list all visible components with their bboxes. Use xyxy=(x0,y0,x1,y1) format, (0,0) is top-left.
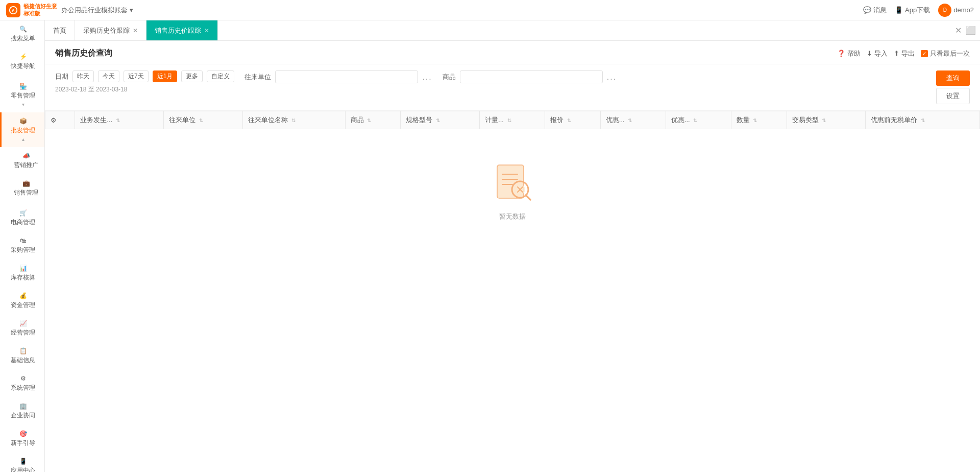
close-purchase-history-tab-icon[interactable]: ✕ xyxy=(133,27,138,34)
retail-icon: 🏪 xyxy=(19,83,27,90)
sidebar-item-marketing[interactable]: 📣 营销推广 xyxy=(0,147,44,175)
sidebar-item-system[interactable]: ⚙ 系统管理 xyxy=(0,370,44,397)
checkbox-icon xyxy=(921,50,928,57)
th-discount2[interactable]: 优惠... ⇅ xyxy=(666,111,731,129)
sidebar-item-enterprise[interactable]: 🏢 企业协同 xyxy=(0,397,44,425)
sort-icon-partner-name: ⇅ xyxy=(291,117,296,123)
date-range-text: 2023-02-18 至 2023-03-18 xyxy=(55,85,234,94)
partner-filter-row: 往来单位 ... xyxy=(244,70,432,83)
grid-icon: ⚡ xyxy=(19,53,27,60)
query-button[interactable]: 查询 xyxy=(936,70,970,86)
page-title: 销售历史价查询 xyxy=(55,48,112,59)
sidebar-item-guide[interactable]: 🎯 新手引导 xyxy=(0,425,44,453)
sidebar-item-base-info[interactable]: 📋 基础信息 xyxy=(0,342,44,370)
sidebar-item-wholesale[interactable]: 📦 批发管理 ▴ xyxy=(0,112,44,147)
th-pretax-price[interactable]: 优惠前无税单价 ⇅ xyxy=(866,111,980,129)
svg-line-8 xyxy=(526,195,530,200)
table-area: ⚙ 业务发生... ⇅ 往来单位 ⇅ xyxy=(45,111,980,472)
sort-icon-trade-type: ⇅ xyxy=(822,117,826,123)
marketing-icon: 📣 xyxy=(22,152,30,159)
message-button[interactable]: 💬 消息 xyxy=(863,6,887,15)
guide-icon: 🎯 xyxy=(19,430,27,437)
sidebar-item-retail[interactable]: 🏪 零售管理 ▾ xyxy=(0,78,44,112)
only-last-checkbox[interactable]: 只看最后一次 xyxy=(921,49,970,58)
phone-icon: 📱 xyxy=(895,6,903,14)
date-btn-more[interactable]: 更多 xyxy=(181,70,203,82)
th-goods[interactable]: 商品 ⇅ xyxy=(345,111,401,129)
goods-lookup-icon[interactable]: ... xyxy=(607,73,617,82)
app-center-icon: 📱 xyxy=(19,458,27,465)
help-button[interactable]: ❓ 帮助 xyxy=(837,49,861,58)
date-btn-last1month[interactable]: 近1月 xyxy=(153,70,178,82)
partner-input[interactable] xyxy=(275,70,418,83)
date-filter-row: 日期 昨天 今天 近7天 近1月 更多 自定义 xyxy=(55,70,234,82)
top-bar-right: 💬 消息 📱 App下载 D demo2 xyxy=(863,4,974,17)
filter-actions: 查询 设置 xyxy=(936,70,970,104)
message-icon: 💬 xyxy=(863,6,871,14)
th-spec[interactable]: 规格型号 ⇅ xyxy=(401,111,480,129)
sidebar-item-app-center[interactable]: 📱 应用中心 xyxy=(0,453,44,472)
partner-lookup-icon[interactable]: ... xyxy=(422,73,432,82)
sidebar-item-search-menu[interactable]: 🔍 搜索菜单 xyxy=(0,20,44,48)
export-button[interactable]: ⬆ 导出 xyxy=(894,49,915,58)
goods-input[interactable] xyxy=(460,70,603,83)
th-unit[interactable]: 计量... ⇅ xyxy=(480,111,545,129)
partner-label: 往来单位 xyxy=(244,73,271,82)
sidebar-item-quick-nav[interactable]: ⚡ 快捷导航 xyxy=(0,48,44,76)
system-icon: ⚙ xyxy=(20,375,26,382)
sidebar-item-sales-mgmt[interactable]: 💼 销售管理 xyxy=(0,175,44,202)
tab-purchase-history[interactable]: 采购历史价跟踪 ✕ xyxy=(75,20,146,40)
close-tab-button[interactable]: ✕ xyxy=(955,26,962,35)
purchase-history-tab-label: 采购历史价跟踪 xyxy=(83,26,130,35)
sort-icon-quantity: ⇅ xyxy=(753,117,757,123)
top-bar: 6 畅捷信好生意 标准版 办公用品行业模拟账套 ▾ 💬 消息 📱 App下载 D… xyxy=(0,0,980,20)
empty-state: 暂无数据 xyxy=(45,129,980,252)
content-area: 首页 采购历史价跟踪 ✕ 销售历史价跟踪 ✕ ✕ ⬜ 销售历史价查询 xyxy=(45,20,980,472)
home-tab-label: 首页 xyxy=(53,26,66,35)
date-btn-last7days[interactable]: 近7天 xyxy=(124,70,149,82)
sidebar-item-finance[interactable]: 💰 资金管理 xyxy=(0,287,44,315)
sort-icon-discount1: ⇅ xyxy=(628,117,632,123)
sidebar-item-ecommerce[interactable]: 🛒 电商管理 xyxy=(0,204,44,232)
empty-text: 暂无数据 xyxy=(499,212,526,221)
th-trade-type[interactable]: 交易类型 ⇅ xyxy=(787,111,866,129)
chevron-down-icon: ▾ xyxy=(22,102,24,107)
sidebar-item-operations[interactable]: 📈 经营管理 xyxy=(0,315,44,342)
sales-icon: 💼 xyxy=(22,180,30,187)
tab-sales-history[interactable]: 销售历史价跟踪 ✕ xyxy=(146,20,218,40)
page-header: 销售历史价查询 ❓ 帮助 ⬇ 导入 ⬆ 导出 xyxy=(45,41,980,64)
th-quantity[interactable]: 数量 ⇅ xyxy=(731,111,787,129)
user-menu[interactable]: D demo2 xyxy=(938,4,974,17)
settings-button[interactable]: 设置 xyxy=(936,88,970,104)
inventory-icon: 📊 xyxy=(19,265,27,272)
maximize-tab-button[interactable]: ⬜ xyxy=(966,26,976,35)
th-quote[interactable]: 报价 ⇅ xyxy=(545,111,601,129)
tab-home[interactable]: 首页 xyxy=(45,20,75,40)
date-label: 日期 xyxy=(55,72,68,81)
export-icon: ⬆ xyxy=(894,50,899,57)
app-download-button[interactable]: 📱 App下载 xyxy=(895,6,930,15)
date-btn-today[interactable]: 今天 xyxy=(98,70,119,82)
date-btn-yesterday[interactable]: 昨天 xyxy=(72,70,94,82)
sales-history-tab-label: 销售历史价跟踪 xyxy=(155,26,201,35)
purchase-icon: 🛍 xyxy=(20,237,26,244)
empty-icon xyxy=(489,160,535,206)
th-partner-name[interactable]: 往来单位名称 ⇅ xyxy=(242,111,345,129)
sort-icon-partner-code: ⇅ xyxy=(199,117,203,123)
date-btn-custom[interactable]: 自定义 xyxy=(207,70,234,82)
th-biz-date[interactable]: 业务发生... ⇅ xyxy=(75,111,164,129)
import-button[interactable]: ⬇ 导入 xyxy=(867,49,888,58)
th-discount1[interactable]: 优惠... ⇅ xyxy=(600,111,666,129)
close-sales-history-tab-icon[interactable]: ✕ xyxy=(204,27,209,34)
sort-icon-quote: ⇅ xyxy=(567,117,571,123)
filter-area: 日期 昨天 今天 近7天 近1月 更多 自定义 2023-02-18 至 202… xyxy=(45,64,980,111)
th-partner-code[interactable]: 往来单位 ⇅ xyxy=(164,111,243,129)
app-selector[interactable]: 办公用品行业模拟账套 ▾ xyxy=(61,6,133,15)
main-layout: 🔍 搜索菜单 ⚡ 快捷导航 🏪 零售管理 ▾ 📦 批发管理 ▴ 📣 营销推广 💼… xyxy=(0,20,980,472)
sidebar-item-purchase[interactable]: 🛍 采购管理 xyxy=(0,232,44,259)
sidebar-item-inventory[interactable]: 📊 库存核算 xyxy=(0,259,44,287)
chevron-up-icon: ▴ xyxy=(22,136,24,142)
th-settings[interactable]: ⚙ xyxy=(45,111,75,129)
operations-icon: 📈 xyxy=(19,320,27,327)
date-filter-group: 日期 昨天 今天 近7天 近1月 更多 自定义 2023-02-18 至 202… xyxy=(55,70,234,94)
